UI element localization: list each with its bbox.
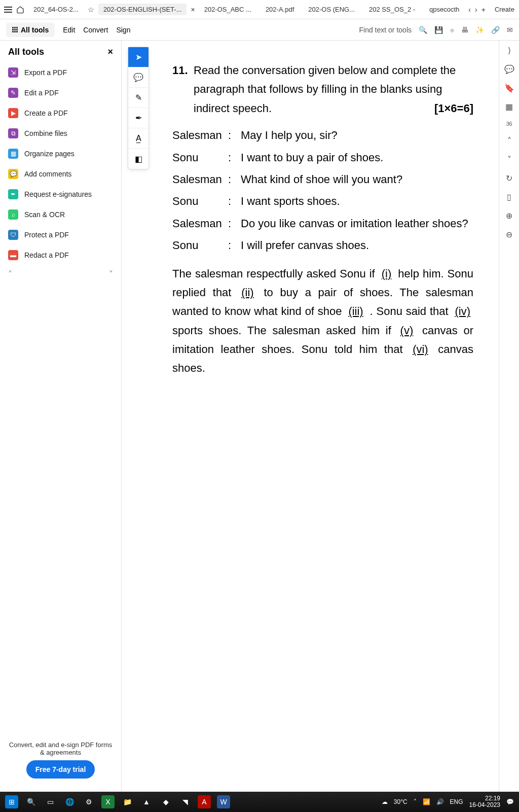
create-button[interactable]: Create — [490, 4, 519, 15]
dialogue-text: I will prefer canvas shoes. — [241, 236, 369, 255]
explorer-icon[interactable]: 📁 — [121, 795, 134, 808]
menu-icon[interactable] — [4, 7, 12, 13]
page-view-icon[interactable]: ▯ — [507, 192, 511, 202]
tab-6[interactable]: qpsecocth — [424, 4, 464, 15]
start-icon[interactable]: ⊞ — [5, 795, 18, 808]
bookmark-icon[interactable]: 🔖 — [504, 83, 514, 93]
esign-icon: ✒ — [8, 189, 18, 199]
acrobat-icon[interactable]: A — [198, 795, 211, 808]
sign-tool-icon[interactable]: ✒ — [128, 108, 149, 128]
tab-3[interactable]: 202-A.pdf — [261, 4, 299, 15]
language-indicator[interactable]: ENG — [450, 798, 463, 805]
settings-icon[interactable]: ⚙ — [82, 795, 95, 808]
sidebar-item-label: Request e-signatures — [24, 190, 92, 198]
scan-icon: ⌕ — [8, 209, 18, 220]
panel-toggle-icon[interactable]: ⟩ — [508, 46, 511, 55]
tray-chevron-icon[interactable]: ˄ — [414, 798, 417, 805]
excel-icon[interactable]: X — [101, 795, 115, 808]
sidebar-item-organize[interactable]: ▦Organize pages — [0, 144, 121, 164]
chat-icon[interactable]: 💬 — [504, 64, 514, 74]
taskview-icon[interactable]: ▭ — [44, 795, 57, 808]
sidebar-item-edit[interactable]: ✎Edit a PDF — [0, 83, 121, 103]
tab-2[interactable]: 202-OS_ABC ... — [199, 4, 256, 15]
sidebar-item-protect[interactable]: 🛡Protect a PDF — [0, 225, 121, 245]
document-page: 11. Read the conversation given below an… — [157, 51, 489, 388]
sidebar-item-scan[interactable]: ⌕Scan & OCR — [0, 204, 121, 225]
tab-5[interactable]: 202 SS_OS_2 - — [364, 4, 420, 15]
chevron-up-icon[interactable]: ˄ — [8, 269, 12, 279]
search-taskbar-icon[interactable]: 🔍 — [24, 795, 38, 808]
find-label: Find text or tools — [359, 26, 412, 34]
gen-ai-icon[interactable]: ✨ — [475, 26, 484, 34]
sidebar-item-create[interactable]: ▶Create a PDF — [0, 103, 121, 123]
all-tools-label: All tools — [21, 26, 49, 34]
app-icon[interactable]: ◆ — [159, 795, 172, 808]
pointer-tool-icon[interactable]: ➤ — [128, 47, 149, 67]
text-tool-icon[interactable]: A̲ — [128, 128, 149, 149]
dialogue-text: May I help you, sir? — [241, 126, 338, 145]
blank-3: (iii) — [345, 305, 366, 317]
save-icon[interactable]: 💾 — [434, 26, 443, 34]
sidebar-item-label: Export a PDF — [24, 68, 67, 77]
sidebar-item-export[interactable]: ⇲Export a PDF — [0, 62, 121, 83]
export-icon: ⇲ — [8, 67, 18, 78]
edit-menu[interactable]: Edit — [63, 26, 75, 34]
tab-next-icon[interactable]: › — [475, 6, 477, 14]
dialogue-text: I want to buy a pair of shoes. — [241, 148, 383, 167]
anydesk-icon[interactable]: ◥ — [178, 795, 192, 808]
word-icon[interactable]: W — [217, 795, 230, 808]
create-icon: ▶ — [8, 108, 18, 118]
eraser-tool-icon[interactable]: ◧ — [128, 149, 149, 169]
windows-taskbar[interactable]: ⊞ 🔍 ▭ 🌐 ⚙ X 📁 ▲ ◆ ◥ A W ☁ 30°C ˄ 📶 🔊 ENG… — [0, 792, 519, 812]
convert-menu[interactable]: Convert — [83, 26, 108, 34]
highlight-tool-icon[interactable]: ✎ — [128, 88, 149, 108]
trial-button[interactable]: Free 7-day trial — [26, 760, 95, 779]
all-tools-button[interactable]: All tools — [6, 23, 55, 37]
sidebar-item-label: Combine files — [24, 129, 67, 137]
print-icon[interactable]: 🖶 — [461, 26, 468, 34]
zoom-out-icon[interactable]: ⊖ — [506, 230, 512, 239]
sign-menu[interactable]: Sign — [116, 26, 130, 34]
home-icon[interactable] — [16, 5, 24, 14]
sidebar-item-comments[interactable]: 💬Add comments — [0, 164, 121, 184]
link-icon[interactable]: 🔗 — [491, 26, 500, 34]
combine-icon: ⧉ — [8, 128, 18, 138]
vlc-icon[interactable]: ▲ — [140, 795, 153, 808]
zoom-in-icon[interactable]: ⊕ — [506, 211, 512, 221]
dialogue-text: Do you like canvas or imitation leather … — [241, 214, 468, 233]
speaker: Sonu — [172, 192, 223, 210]
tab-1[interactable]: 202-OS-ENGLISH-(SET-... — [98, 4, 187, 15]
add-tab-icon[interactable]: + — [481, 6, 486, 14]
blank-4: (iv) — [452, 305, 473, 317]
volume-icon[interactable]: 🔊 — [436, 798, 444, 805]
star-icon[interactable]: ☆ — [88, 6, 94, 14]
tab-4[interactable]: 202-OS (ENG... — [303, 4, 360, 15]
dialogue-text: I want sports shoes. — [241, 192, 340, 210]
notifications-icon[interactable]: 💬 — [506, 798, 514, 805]
weather-icon[interactable]: ☁ — [382, 798, 388, 805]
chrome-icon[interactable]: 🌐 — [63, 795, 76, 808]
sidebar-item-esign[interactable]: ✒Request e-signatures — [0, 184, 121, 204]
promo-box: Convert, edit and e-sign PDF forms & agr… — [0, 734, 121, 786]
close-icon[interactable]: × — [191, 6, 195, 14]
tab-prev-icon[interactable]: ‹ — [468, 6, 471, 14]
chevron-down-icon[interactable]: ˅ — [109, 269, 113, 279]
wifi-icon[interactable]: 📶 — [423, 798, 430, 805]
main-area: All tools × ⇲Export a PDF ✎Edit a PDF ▶C… — [0, 41, 519, 792]
selection-icon[interactable]: ⟐ — [450, 26, 454, 34]
nav-up-icon[interactable]: ˄ — [507, 136, 511, 146]
comment-tool-icon[interactable]: 💬 — [128, 67, 149, 88]
sidebar-item-label: Protect a PDF — [24, 231, 69, 239]
nav-down-icon[interactable]: ˅ — [507, 155, 511, 164]
sidebar-item-combine[interactable]: ⧉Combine files — [0, 123, 121, 144]
share-icon[interactable]: ✉ — [507, 26, 513, 34]
sidebar-close-icon[interactable]: × — [107, 47, 113, 57]
speaker: Sonu — [172, 236, 223, 255]
top-tabs-bar: 202_64-OS-2... ☆ 202-OS-ENGLISH-(SET-...… — [0, 0, 519, 19]
sidebar-item-redact[interactable]: ▬Redact a PDF — [0, 245, 121, 265]
blank-1: (i) — [379, 267, 395, 280]
search-icon[interactable]: 🔍 — [419, 26, 427, 34]
tab-0[interactable]: 202_64-OS-2... — [28, 4, 84, 15]
rotate-icon[interactable]: ↻ — [506, 173, 512, 183]
thumb-icon[interactable]: ▦ — [505, 102, 513, 112]
